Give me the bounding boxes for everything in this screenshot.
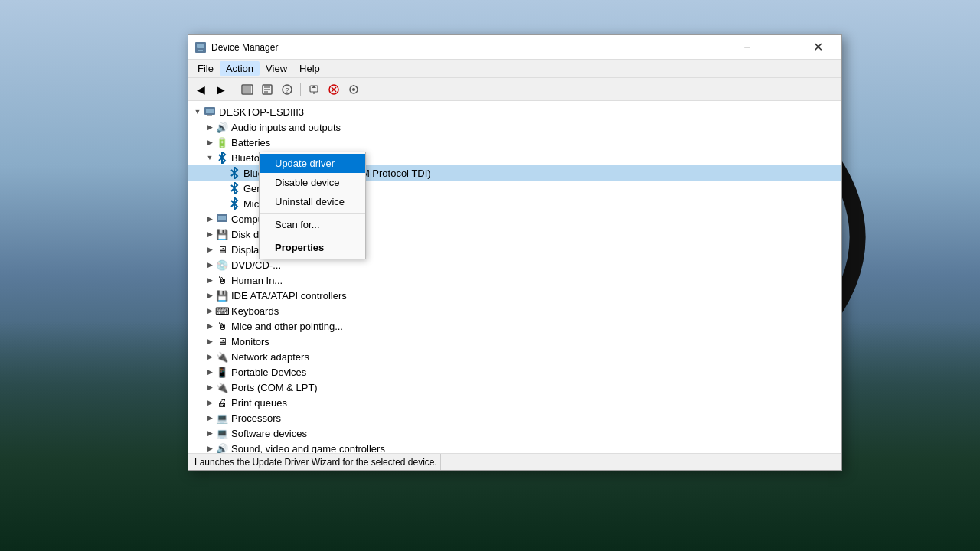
portable-label: Portable Devices [231,367,306,378]
audio-label: Audio inputs and outputs [231,122,341,133]
tree-keyboards[interactable]: ▶ ⌨ Keyboards [188,303,841,318]
sound-expand[interactable]: ▶ [204,442,216,453]
help-button[interactable]: ? [278,81,296,98]
window-icon [194,41,207,54]
properties-button[interactable] [258,81,276,98]
tree-sound[interactable]: ▶ 🔊 Sound, video and game controllers [188,441,841,453]
microsoft-expand[interactable] [216,197,228,210]
show-hidden-button[interactable] [238,81,256,98]
root-label: DESKTOP-ESDIII3 [219,106,304,118]
portable-expand[interactable]: ▶ [204,366,216,378]
minimize-button[interactable]: − [730,35,765,60]
forward-button[interactable]: ▶ [211,81,230,98]
monitors-icon: 🖥 [216,335,228,347]
portable-icon: 📱 [216,366,228,378]
ctx-update-driver[interactable]: Update driver [260,154,365,173]
disk-icon: 💾 [216,228,228,240]
update-driver-toolbar-button[interactable] [305,81,323,98]
generic-icon [228,182,240,194]
display-expand[interactable]: ▶ [204,243,216,256]
monitors-expand[interactable]: ▶ [204,335,216,347]
ports-label: Ports (COM & LPT) [231,382,318,393]
bt-device-icon [228,167,240,179]
scan-toolbar-button[interactable] [345,81,363,98]
tree-human[interactable]: ▶ 🖱 Human In... [188,272,841,288]
tree-processors[interactable]: ▶ 💻 Processors [188,410,841,425]
window-controls: − □ ✕ [730,35,835,60]
toolbar: ◀ ▶ ? [188,78,841,101]
window-title: Device Manager [211,42,730,53]
generic-expand[interactable] [216,182,228,194]
title-bar: Device Manager − □ ✕ [188,35,841,60]
menu-action[interactable]: Action [220,61,260,76]
menu-bar: File Action View Help [188,60,841,78]
menu-help[interactable]: Help [293,61,326,76]
ide-icon: 💾 [216,289,228,302]
audio-expand[interactable]: ▶ [204,121,216,133]
tree-audio[interactable]: ▶ 🔊 Audio inputs and outputs [188,119,841,135]
close-button[interactable]: ✕ [800,35,835,60]
toolbar-separator-1 [234,83,234,96]
svg-rect-25 [218,216,226,220]
ctx-separator [260,213,365,214]
ports-expand[interactable]: ▶ [204,381,216,393]
ctx-separator-2 [260,236,365,236]
audio-icon: 🔊 [216,121,228,133]
processors-label: Processors [231,412,281,424]
svg-rect-2 [197,44,204,48]
bluetooth-expand[interactable]: ▼ [204,152,216,164]
status-text: Launches the Update Driver Wizard for th… [194,457,437,468]
tree-ports[interactable]: ▶ 🔌 Ports (COM & LPT) [188,380,841,395]
mice-label: Mice and other pointing... [231,321,343,332]
tree-software[interactable]: ▶ 💻 Software devices [188,425,841,441]
human-expand[interactable]: ▶ [204,274,216,286]
batteries-icon: 🔋 [216,136,228,148]
uninstall-toolbar-button[interactable] [325,81,343,98]
ide-expand[interactable]: ▶ [204,289,216,302]
svg-text:?: ? [285,86,289,94]
ctx-uninstall-device[interactable]: Uninstall device [260,192,365,211]
sound-icon: 🔊 [216,442,228,453]
display-icon: 🖥 [216,243,228,256]
tree-monitors[interactable]: ▶ 🖥 Monitors [188,334,841,349]
maximize-button[interactable]: □ [765,35,800,60]
svg-rect-22 [206,109,214,113]
ctx-scan-for[interactable]: Scan for... [260,215,365,234]
tree-batteries[interactable]: ▶ 🔋 Batteries [188,135,841,150]
toolbar-separator-2 [300,83,301,96]
status-text-section: Launches the Update Driver Wizard for th… [191,454,441,470]
ctx-disable-device[interactable]: Disable device [260,173,365,192]
tree-network[interactable]: ▶ 🔌 Network adapters [188,349,841,364]
batteries-expand[interactable]: ▶ [204,136,216,148]
svg-rect-5 [243,86,251,93]
tree-root[interactable]: ▼ DESKTOP-ESDIII3 [188,104,841,119]
disk-expand[interactable]: ▶ [204,228,216,240]
microsoft-icon [228,197,240,210]
network-label: Network adapters [231,351,309,363]
ctx-properties[interactable]: Properties [260,238,365,257]
print-label: Print queues [231,397,287,409]
print-expand[interactable]: ▶ [204,396,216,409]
tree-mice[interactable]: ▶ 🖱 Mice and other pointing... [188,318,841,334]
root-expand[interactable]: ▼ [191,106,204,118]
computers-expand[interactable]: ▶ [204,213,216,225]
network-expand[interactable]: ▶ [204,350,216,363]
processors-expand[interactable]: ▶ [204,412,216,424]
tree-portable[interactable]: ▶ 📱 Portable Devices [188,364,841,380]
menu-view[interactable]: View [260,61,293,76]
software-expand[interactable]: ▶ [204,427,216,439]
tree-dvd[interactable]: ▶ 💿 DVD/CD-... [188,257,841,272]
tree-print[interactable]: ▶ 🖨 Print queues [188,395,841,410]
mice-expand[interactable]: ▶ [204,320,216,332]
menu-file[interactable]: File [191,61,220,76]
dvd-expand[interactable]: ▶ [204,259,216,271]
computer-icon [204,106,216,118]
bt-device-expand[interactable] [216,167,228,179]
status-bar: Launches the Update Driver Wizard for th… [188,453,841,470]
status-empty [441,454,838,470]
human-label: Human In... [231,275,283,286]
tree-ide[interactable]: ▶ 💾 IDE ATA/ATAPI controllers [188,288,841,303]
back-button[interactable]: ◀ [191,81,210,98]
context-menu: Update driver Disable device Uninstall d… [259,152,366,259]
software-icon: 💻 [216,427,228,439]
